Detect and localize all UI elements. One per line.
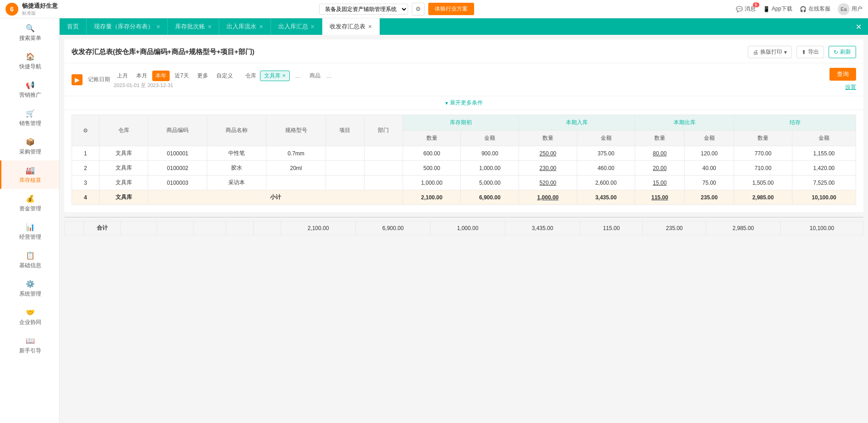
total-bar: 合计 2,100.00 6,900.00 1,000.00 3,435.00 1… [64,217,863,238]
warehouse-tag: 文具库 × [260,71,290,81]
online-support-item[interactable]: 🎧 在线客服 [800,5,830,13]
expand-conditions-btn[interactable]: ▾ 展开更多条件 [445,99,483,107]
sidebar-label-marketing: 营销推广 [19,91,41,99]
logo-area: 6 畅捷通好生意 标准版 [6,2,58,16]
row-code: 0100002 [148,161,207,176]
date-btn-more[interactable]: 更多 [194,71,211,81]
row-balance-amt: 1,155.00 [792,146,856,161]
row-opening-amt: 1,000.00 [461,161,519,176]
warehouse-more-btn[interactable]: ... [295,72,301,79]
tab-inventory-dist[interactable]: 现存量（库存分布表） × [87,18,168,35]
tab-batch[interactable]: 库存批次账 × [168,18,219,35]
app-download-item[interactable]: 📱 App下载 [763,5,792,13]
expand-row: ▾ 展开更多条件 [64,96,863,110]
sidebar-item-search[interactable]: 🔍 搜索菜单 [0,18,59,47]
tab-inventory-dist-close[interactable]: × [156,23,160,30]
message-item[interactable]: 💬 消息 6 [736,5,756,13]
row-opening-qty: 1,000.00 [403,176,461,190]
th-opening-qty: 数量 [403,131,461,146]
th-in-qty: 数量 [519,131,577,146]
query-button[interactable]: 查询 [829,68,856,81]
row-in-amt: 375.00 [577,146,635,161]
date-btn-last-month[interactable]: 上月 [114,71,131,81]
tab-stock-summary[interactable]: 收发存汇总表 × [322,18,380,35]
system-title-area: 装备及固定资产辅助管理系统 ⚙ 体验行业方案 [319,3,474,16]
trial-button[interactable]: 体验行业方案 [428,3,474,15]
tab-inout-summary-label: 出入库汇总 [278,22,308,31]
home-icon: 🏠 [26,52,35,61]
page-area: 收发存汇总表(按仓库+商品编码+商品+规格型号+项目+部门) 🖨 换版打印 ▾ … [60,35,868,423]
guide-icon: 📖 [26,336,35,345]
row-name: 采访本 [207,176,266,190]
date-btn-this-year[interactable]: 本年 [152,71,170,81]
sidebar-item-quicknav[interactable]: 🏠 快捷导航 [0,47,59,75]
tab-stock-summary-close[interactable]: × [368,23,372,30]
sidebar-label-base: 基础信息 [19,262,41,269]
tab-inout-flow[interactable]: 出入库流水 × [219,18,271,35]
filter-toggle-btn[interactable]: ▶ [72,74,83,85]
tab-inout-summary[interactable]: 出入库汇总 × [271,18,322,35]
tab-home[interactable]: 首页 [60,18,87,35]
date-btn-custom[interactable]: 自定义 [213,71,236,81]
total-row: 合计 2,100.00 6,900.00 1,000.00 3,435.00 1… [65,221,863,235]
row-code: 0100003 [148,176,207,190]
sidebar-label-sales: 销售管理 [19,120,41,127]
sidebar-item-finance[interactable]: 💰 资金管理 [0,189,59,217]
top-header: 6 畅捷通好生意 标准版 装备及固定资产辅助管理系统 ⚙ 体验行业方案 💬 消息… [0,0,868,18]
row-warehouse: 文具库 [99,176,148,190]
sidebar-item-operations[interactable]: 📊 经营管理 [0,217,59,246]
refresh-button[interactable]: ↻ 刷新 [829,46,856,58]
row-out-amt: 120.00 [685,146,734,161]
th-name: 商品名称 [207,115,266,146]
tab-batch-close[interactable]: × [208,23,211,30]
sidebar-item-inventory[interactable]: 🏭 库存核算 [0,160,59,189]
th-gear[interactable]: ⚙ [72,115,100,146]
subtotal-out-qty-link[interactable]: 115.00 [651,194,668,201]
sidebar-item-collab[interactable]: 🤝 企业协同 [0,302,59,331]
sidebar-item-base[interactable]: 📋 基础信息 [0,246,59,274]
th-out: 本期出库 [635,115,734,131]
sidebar-label-purchase: 采购管理 [19,148,41,156]
tab-inout-flow-close[interactable]: × [259,23,263,30]
user-item[interactable]: Ea 用户 [838,3,862,15]
subtotal-in-qty-link[interactable]: 1,000.00 [537,194,559,201]
out-qty-link[interactable]: 20.00 [653,165,667,171]
warehouse-tag-close[interactable]: × [282,72,286,79]
settings-link[interactable]: 设置 [845,83,856,91]
row-dept [364,176,403,190]
total-in-amt: 3,435.00 [505,221,580,235]
row-out-qty: 80.00 [635,146,685,161]
in-qty-link[interactable]: 230.00 [540,165,557,171]
th-balance-amt: 金额 [792,131,856,146]
goods-more-btn[interactable]: ... [326,72,332,79]
total-balance-amt: 10,100.00 [780,221,863,235]
in-qty-link[interactable]: 250.00 [540,150,557,157]
sidebar-item-marketing[interactable]: 📢 营销推广 [0,75,59,104]
row-no: 2 [72,161,100,176]
sidebar-item-guide[interactable]: 📖 新手引导 [0,331,59,359]
date-btn-this-month[interactable]: 本月 [133,71,150,81]
sidebar-item-purchase[interactable]: 📦 采购管理 [0,132,59,160]
total-out-qty: 115.00 [580,221,643,235]
out-qty-link[interactable]: 15.00 [653,180,667,186]
total-in-qty: 1,000.00 [431,221,505,235]
print-button[interactable]: 🖨 换版打印 ▾ [748,46,792,58]
subtotal-balance-qty: 2,985.00 [734,190,792,205]
tab-inout-summary-close[interactable]: × [311,23,315,30]
gear-button[interactable]: ⚙ [412,3,425,16]
sidebar-label-quicknav: 快捷导航 [19,63,41,71]
total-empty1 [65,221,84,235]
out-qty-link[interactable]: 80.00 [653,150,667,157]
tab-stock-summary-label: 收发存汇总表 [330,22,365,31]
expand-icon: ▾ [445,100,448,106]
warehouse-label: 仓库 [245,72,256,80]
sidebar-label-operations: 经营管理 [19,233,41,241]
sidebar-item-system[interactable]: ⚙️ 系统管理 [0,274,59,302]
export-button[interactable]: ⬆ 导出 [796,46,824,58]
total-opening-amt: 6,900.00 [356,221,431,235]
system-select[interactable]: 装备及固定资产辅助管理系统 [319,4,408,15]
in-qty-link[interactable]: 520.00 [540,180,557,186]
sidebar-item-sales[interactable]: 🛒 销售管理 [0,104,59,132]
date-btn-7days[interactable]: 近7天 [171,71,192,81]
tab-bar-close-all[interactable]: ✕ [849,22,868,31]
